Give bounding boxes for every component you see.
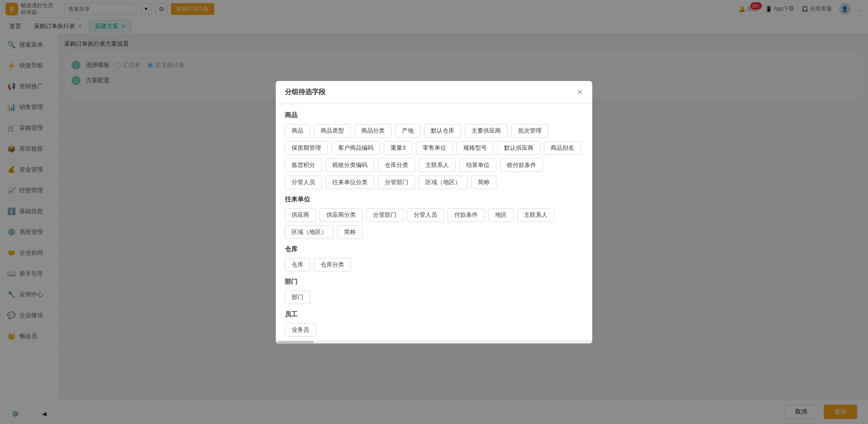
field-tag-0-10[interactable]: 零售单位	[416, 141, 453, 155]
field-tag-3-0[interactable]: 部门	[285, 291, 310, 304]
field-tag-0-16[interactable]: 仓库分类	[378, 158, 415, 172]
modal-close-button[interactable]: ✕	[576, 87, 583, 97]
field-tag-0-20[interactable]: 分管人员	[285, 176, 322, 189]
field-tag-0-21[interactable]: 往来单位分类	[326, 176, 374, 189]
field-tag-0-23[interactable]: 区域（地区）	[419, 176, 467, 189]
field-tag-0-15[interactable]: 税收分类编码	[326, 158, 374, 172]
field-tag-2-1[interactable]: 仓库分类	[314, 258, 351, 272]
field-tag-1-1[interactable]: 供应商分类	[320, 208, 363, 222]
field-tag-0-14[interactable]: 炼货积分	[285, 158, 322, 172]
field-tag-1-5[interactable]: 地区	[488, 208, 514, 222]
field-tag-1-4[interactable]: 付款条件	[448, 208, 485, 222]
field-tag-0-0[interactable]: 商品	[285, 124, 310, 138]
fields-grid-2: 仓库仓库分类	[285, 258, 583, 272]
field-tag-0-3[interactable]: 产地	[395, 124, 420, 138]
field-tag-1-0[interactable]: 供应商	[285, 208, 316, 222]
field-tag-1-7[interactable]: 区域（地区）	[285, 225, 334, 239]
field-tag-0-6[interactable]: 批次管理	[511, 124, 548, 138]
field-tag-0-19[interactable]: 收付款条件	[500, 158, 543, 172]
section-title-0: 商品	[285, 111, 583, 119]
fields-grid-3: 部门	[285, 291, 583, 304]
section-title-2: 仓库	[285, 245, 583, 253]
overlay: 分组待选字段 ✕ 商品商品商品类型商品分类产地默认仓库主要供应商批次管理保质期管…	[0, 0, 868, 424]
section-title-3: 部门	[285, 278, 583, 286]
fields-grid-1: 供应商供应商分类分管部门分管人员付款条件地区主联系人区域（地区）简称	[285, 208, 583, 239]
modal-field-selection: 分组待选字段 ✕ 商品商品商品类型商品分类产地默认仓库主要供应商批次管理保质期管…	[276, 81, 592, 343]
field-tag-0-22[interactable]: 分管部门	[378, 176, 415, 189]
modal-body[interactable]: 商品商品商品类型商品分类产地默认仓库主要供应商批次管理保质期管理客户商品编码重量…	[276, 104, 592, 340]
section-title-4: 员工	[285, 310, 583, 319]
field-tag-0-5[interactable]: 主要供应商	[465, 124, 508, 138]
field-tag-0-11[interactable]: 规格型号	[457, 141, 494, 155]
field-tag-0-17[interactable]: 主联系人	[419, 158, 456, 172]
field-tag-0-9[interactable]: 重量3	[384, 141, 412, 155]
field-tag-2-0[interactable]: 仓库	[285, 258, 310, 272]
field-tag-0-13[interactable]: 商品别名	[544, 141, 581, 155]
modal-hscroll	[276, 340, 592, 343]
field-tag-1-2[interactable]: 分管部门	[366, 208, 403, 222]
fields-grid-0: 商品商品类型商品分类产地默认仓库主要供应商批次管理保质期管理客户商品编码重量3零…	[285, 124, 583, 189]
section-title-1: 往来单位	[285, 195, 583, 204]
field-tag-0-1[interactable]: 商品类型	[314, 124, 351, 138]
fields-grid-4: 业务员	[285, 323, 583, 337]
field-tag-0-12[interactable]: 默认供应商	[497, 141, 540, 155]
field-tag-0-2[interactable]: 商品分类	[354, 124, 392, 138]
field-tag-1-3[interactable]: 分管人员	[407, 208, 444, 222]
field-tag-0-4[interactable]: 默认仓库	[424, 124, 461, 138]
field-tag-0-8[interactable]: 客户商品编码	[331, 141, 380, 155]
field-tag-0-7[interactable]: 保质期管理	[285, 141, 328, 155]
field-tag-1-6[interactable]: 主联系人	[517, 208, 554, 222]
modal-title: 分组待选字段	[285, 88, 326, 96]
field-tag-0-18[interactable]: 结算单位	[459, 158, 496, 172]
field-tag-4-0[interactable]: 业务员	[285, 323, 316, 337]
field-tag-0-24[interactable]: 简称	[471, 176, 496, 189]
modal-header: 分组待选字段 ✕	[276, 81, 592, 104]
hscroll-thumb	[278, 341, 314, 343]
field-tag-1-8[interactable]: 简称	[337, 225, 363, 239]
